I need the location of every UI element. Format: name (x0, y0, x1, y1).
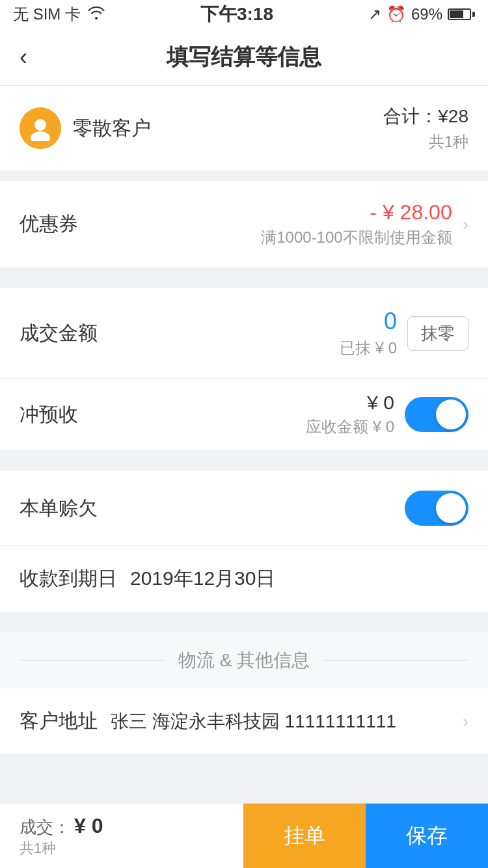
address-label: 客户地址 (20, 708, 98, 735)
coupon-section: 优惠券 - ¥ 28.00 满1000-100不限制使用金额 › (0, 181, 488, 267)
customer-row: 零散客户 合计：¥28 共1种 (0, 86, 488, 170)
status-right: ↗ ⏰ 69% (368, 5, 475, 23)
divider-1 (0, 278, 488, 288)
coupon-row[interactable]: 优惠券 - ¥ 28.00 满1000-100不限制使用金额 › (0, 181, 488, 267)
location-icon: ↗ (368, 5, 381, 23)
due-date-value[interactable]: 2019年12月30日 (130, 565, 275, 592)
coupon-amount: - ¥ 28.00 (261, 200, 452, 224)
prepay-label: 冲预收 (20, 401, 78, 428)
credit-toggle-knob (436, 493, 466, 523)
divider-3 (0, 622, 488, 632)
deal-amount-right: 0 已抹 ¥ 0 抹零 (340, 308, 468, 359)
prepay-row: 冲预收 ¥ 0 应收金额 ¥ 0 (0, 379, 488, 450)
logistics-section: 物流 & 其他信息 客户地址 张三 海淀永丰科技园 11111111111 › (0, 632, 488, 754)
alarm-icon: ⏰ (386, 5, 406, 23)
bottom-deal-amount: ¥ 0 (74, 814, 103, 838)
prepay-amounts: ¥ 0 应收金额 ¥ 0 (306, 392, 394, 437)
avatar (20, 107, 61, 149)
deal-amount-sub: 已抹 ¥ 0 (340, 338, 397, 359)
prepay-sub-amount: 应收金额 ¥ 0 (306, 416, 394, 437)
bottom-left: 成交： ¥ 0 共1种 (0, 814, 243, 858)
battery-icon (448, 8, 475, 20)
status-time: 下午3:18 (200, 2, 273, 27)
status-bar: 无 SIM 卡 下午3:18 ↗ ⏰ 69% (0, 0, 488, 29)
prepay-main-amount: ¥ 0 (306, 392, 394, 414)
svg-point-1 (31, 131, 50, 141)
credit-toggle[interactable] (405, 491, 468, 526)
total-amount: 合计：¥28 (383, 104, 468, 129)
deal-amount-row: 成交金额 0 已抹 ¥ 0 抹零 (0, 288, 488, 379)
logistics-title: 物流 & 其他信息 (178, 648, 310, 673)
svg-point-0 (34, 119, 46, 131)
deal-amount-label: 成交金额 (20, 320, 98, 347)
coupon-desc: 满1000-100不限制使用金额 (261, 227, 452, 248)
content-area: 零散客户 合计：¥28 共1种 优惠券 - ¥ 28.00 满1000-100不… (0, 86, 488, 836)
logistics-line-left (20, 660, 165, 661)
prepay-toggle[interactable] (405, 397, 468, 432)
deal-amount-value[interactable]: 0 (340, 308, 397, 335)
carrier-label: 无 SIM 卡 (13, 4, 81, 25)
toggle-knob (436, 400, 466, 429)
bottom-count: 共1种 (20, 839, 224, 858)
customer-left: 零散客户 (20, 107, 151, 149)
chevron-right-icon: › (463, 214, 468, 235)
wifi-icon (87, 5, 105, 23)
address-value: 张三 海淀永丰科技园 11111111111 (111, 709, 463, 734)
total-count: 共1种 (383, 131, 468, 152)
due-date-label: 收款到期日 (20, 565, 117, 592)
address-row[interactable]: 客户地址 张三 海淀永丰科技园 11111111111 › (0, 688, 488, 754)
bottom-deal-line: 成交： ¥ 0 (20, 814, 224, 839)
address-chevron-icon: › (463, 711, 468, 732)
divider-2 (0, 461, 488, 471)
page-title: 填写结算等信息 (167, 42, 321, 72)
due-date-row: 收款到期日 2019年12月30日 (0, 546, 488, 612)
back-button[interactable]: ‹ (20, 44, 27, 71)
nav-bar: ‹ 填写结算等信息 (0, 29, 488, 86)
status-left: 无 SIM 卡 (13, 4, 105, 25)
bottom-deal-label: 成交： (20, 816, 70, 839)
logistics-line-right (323, 660, 468, 661)
deal-amount-detail: 0 已抹 ¥ 0 (340, 308, 397, 359)
bottom-bar: 成交： ¥ 0 共1种 挂单 保存 (0, 803, 488, 868)
battery-percent: 69% (411, 5, 442, 23)
credit-row: 本单赊欠 (0, 471, 488, 546)
credit-label: 本单赊欠 (20, 495, 98, 522)
coupon-label: 优惠券 (20, 211, 78, 237)
logistics-header: 物流 & 其他信息 (0, 632, 488, 688)
customer-name: 零散客户 (73, 115, 151, 142)
credit-section: 本单赊欠 收款到期日 2019年12月30日 (0, 471, 488, 612)
hold-order-button[interactable]: 挂单 (243, 804, 366, 869)
prepay-right: ¥ 0 应收金额 ¥ 0 (306, 392, 468, 437)
round-zero-button[interactable]: 抹零 (407, 316, 468, 351)
coupon-right: - ¥ 28.00 满1000-100不限制使用金额 › (261, 200, 468, 248)
deal-amount-section: 成交金额 0 已抹 ¥ 0 抹零 冲预收 ¥ 0 应收金额 ¥ 0 (0, 288, 488, 450)
save-button[interactable]: 保存 (366, 804, 488, 869)
customer-right: 合计：¥28 共1种 (383, 104, 468, 152)
coupon-detail: - ¥ 28.00 满1000-100不限制使用金额 (261, 200, 452, 248)
